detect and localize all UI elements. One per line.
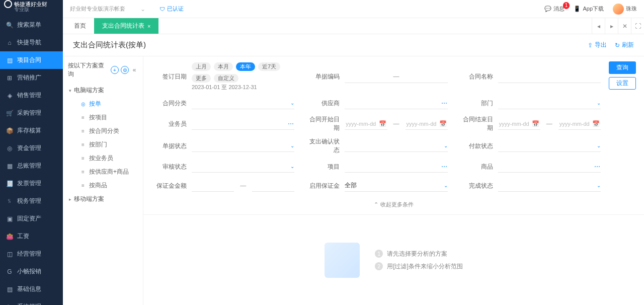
more-icon: ⋯	[594, 163, 601, 170]
tree-leaf-product[interactable]: ≡按商品	[66, 179, 140, 192]
tree-leaf-class[interactable]: ≡按合同分类	[66, 124, 140, 138]
sidebar-tax[interactable]: ﹪税务管理	[0, 192, 63, 210]
close-icon[interactable]: ×	[147, 23, 150, 29]
topbar-user[interactable]: 珠珠	[613, 4, 637, 15]
tabs-next[interactable]: ▸	[605, 18, 618, 34]
tax-icon: ﹪	[6, 198, 13, 205]
select-confirm-status[interactable]: ⌄	[345, 140, 447, 152]
label-project: 项目	[304, 163, 340, 171]
chevron-down-icon[interactable]: ⌄	[140, 6, 145, 13]
tabs-close-all[interactable]: ✕	[618, 18, 631, 34]
ledger-icon: ▦	[6, 163, 13, 170]
tab-home[interactable]: 首页	[66, 18, 94, 34]
label-salesman: 业务员	[151, 120, 187, 128]
date-chip-thismonth[interactable]: 本月	[214, 62, 233, 71]
tree-collapse-button[interactable]: «	[131, 66, 138, 73]
side-label: 销售管理	[17, 91, 41, 100]
sidebar-operation[interactable]: ◫经营管理	[0, 245, 63, 263]
sidebar-system[interactable]: ↻系统管理	[0, 298, 63, 305]
side-label: 总账管理	[17, 162, 41, 170]
collapse-filters[interactable]: ⌃收起更多条件	[374, 201, 414, 208]
select-done-status[interactable]: ⌄	[498, 180, 601, 192]
select-contract-class[interactable]: ⌄	[192, 97, 294, 109]
label-supplier: 供应商	[304, 99, 340, 108]
date-chip-lastmonth[interactable]: 上月	[192, 62, 211, 71]
more-icon: ⋯	[288, 120, 294, 127]
doc-icon: ▤	[6, 57, 13, 64]
picker-salesman[interactable]: ⋯	[192, 118, 294, 130]
tabs-fullscreen[interactable]: ⛶	[631, 18, 644, 34]
sidebar-quicknav[interactable]: ⌂快捷导航	[0, 34, 63, 51]
tree-group-mobile[interactable]: ▸移动端方案	[66, 192, 140, 206]
input-deposit-to[interactable]	[252, 180, 294, 192]
label-contract-class: 合同分类	[151, 99, 187, 108]
chart-icon: ≡	[80, 169, 86, 175]
sidebar-search[interactable]: 🔍搜索菜单	[0, 16, 63, 34]
empty-step-1: 1请先选择要分析的方案	[375, 248, 463, 260]
tab-active[interactable]: 支出合同统计表×	[94, 18, 158, 34]
tree-group-pc[interactable]: ▾电脑端方案	[66, 84, 140, 97]
select-use-deposit[interactable]: 全部⌄	[345, 180, 447, 192]
tree-leaf-project[interactable]: ≡按项目	[66, 111, 140, 124]
cube-icon: ◈	[6, 92, 13, 99]
tree-leaf-sales[interactable]: ≡按业务员	[66, 151, 140, 165]
sidebar-salary[interactable]: 👛工资	[0, 227, 63, 245]
sidebar-stock[interactable]: 📦库存核算	[0, 122, 63, 139]
side-label: 资金管理	[17, 144, 41, 152]
date-end-from[interactable]: yyyy-mm-dd📅	[498, 118, 540, 130]
export-button[interactable]: ⇪导出	[588, 41, 607, 49]
topbar-download[interactable]: 📱App下载	[574, 5, 604, 13]
select-dept[interactable]: ⌄	[498, 97, 601, 109]
picker-product[interactable]: ⋯	[498, 161, 601, 173]
tree-add-button[interactable]: +	[111, 66, 119, 74]
sidebar-ledger[interactable]: ▦总账管理	[0, 157, 63, 175]
date-chip-thisyear[interactable]: 本年	[236, 62, 255, 71]
label-audit-status: 审核状态	[151, 163, 187, 171]
sidebar-marketing[interactable]: ⊞营销推广	[0, 69, 63, 87]
shield-icon: 🛡	[159, 6, 165, 12]
sidebar-sales[interactable]: ◈销售管理	[0, 87, 63, 104]
input-contract-name[interactable]	[498, 71, 601, 83]
chevron-down-icon: ⌄	[597, 143, 601, 148]
picker-supplier[interactable]: ⋯	[345, 97, 447, 109]
input-billno[interactable]: —	[345, 71, 447, 83]
chevron-down-icon: ⌄	[597, 100, 601, 106]
sys-icon: ↻	[6, 303, 13, 306]
refresh-button[interactable]: ↻刷新	[615, 41, 634, 49]
date-start-from[interactable]: yyyy-mm-dd📅	[345, 118, 387, 130]
date-chip-custom[interactable]: 自定义	[214, 74, 238, 83]
date-end-to[interactable]: yyyy-mm-dd📅	[558, 118, 601, 130]
sidebar-basicinfo[interactable]: ▤基础信息	[0, 280, 63, 298]
tree-leaf-bill[interactable]: ◎按单	[66, 97, 140, 111]
sidebar-assets[interactable]: ▣固定资产	[0, 210, 63, 227]
date-chip-more[interactable]: 更多	[192, 74, 211, 83]
sidebar-report[interactable]: G小畅报销	[0, 263, 63, 280]
select-audit-status[interactable]: ⌄	[192, 161, 294, 173]
side-label: 采购管理	[17, 109, 41, 117]
org-selector[interactable]: 好业财专业版演示帐套	[70, 5, 125, 13]
sidebar-purchase[interactable]: 🛒采购管理	[0, 104, 63, 122]
query-button[interactable]: 查询	[609, 61, 636, 74]
tabs-prev[interactable]: ◂	[592, 18, 605, 34]
label-end-date: 合同结束日期	[458, 115, 493, 132]
label-done-status: 完成状态	[458, 182, 493, 190]
side-label: 搜索菜单	[17, 21, 41, 29]
sidebar-funds[interactable]: ◎资金管理	[0, 139, 63, 157]
select-pay-status[interactable]: ⌄	[498, 140, 601, 152]
tree-setting-button[interactable]: ⚙	[121, 66, 129, 74]
chevron-down-icon: ⌄	[290, 100, 294, 106]
label-start-date: 合同开始日期	[304, 115, 340, 132]
tree-leaf-supplier[interactable]: ≡按供应商+商品	[66, 165, 140, 179]
select-bill-status[interactable]: ⌄	[192, 140, 294, 152]
date-start-to[interactable]: yyyy-mm-dd📅	[406, 118, 448, 130]
date-chip-7days[interactable]: 近7天	[258, 62, 280, 71]
input-deposit-from[interactable]	[192, 180, 234, 192]
topbar-messages[interactable]: 💬消息1	[544, 5, 565, 13]
picker-project[interactable]: ⋯	[345, 161, 447, 173]
chevron-down-icon: ⌄	[290, 143, 294, 148]
sidebar-contract[interactable]: ▤项目合同	[0, 51, 63, 69]
sidebar-invoice[interactable]: 🧾发票管理	[0, 175, 63, 192]
setting-button[interactable]: 设置	[609, 77, 636, 90]
invoice-icon: 🧾	[6, 180, 13, 187]
tree-leaf-dept[interactable]: ≡按部门	[66, 138, 140, 151]
